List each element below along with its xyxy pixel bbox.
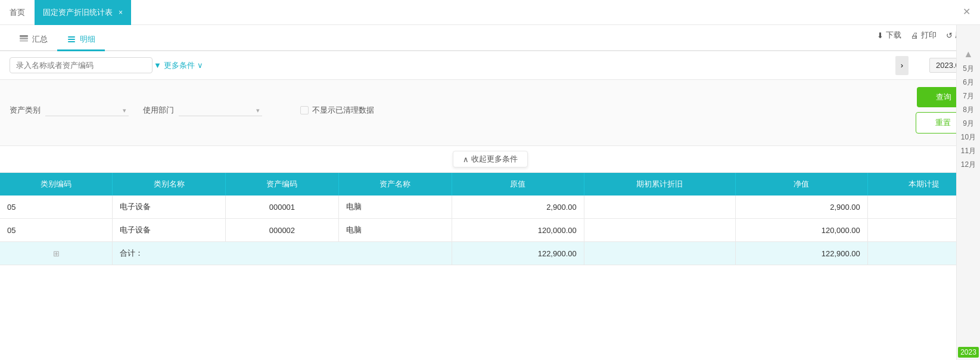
summary-icon-cell: ⊞ bbox=[0, 242, 113, 265]
cell-asset-code: 000001 bbox=[225, 195, 338, 219]
cell-net-value: 2,900.00 bbox=[735, 195, 867, 219]
home-link[interactable]: 首页 bbox=[10, 7, 35, 18]
tab-summary[interactable]: 汇总 bbox=[10, 29, 57, 51]
refresh-icon: ↺ bbox=[946, 31, 953, 40]
asset-type-select-wrap bbox=[45, 104, 129, 116]
cell-net-value: 120,000.00 bbox=[735, 219, 867, 242]
more-conditions-label: 更多条件 bbox=[164, 60, 195, 71]
summary-original-value: 122,900.00 bbox=[452, 242, 584, 265]
cell-category-name: 电子设备 bbox=[113, 195, 226, 219]
col-asset-name: 资产名称 bbox=[338, 173, 452, 195]
col-original-value: 原值 bbox=[452, 173, 584, 195]
collapse-icon: ∧ bbox=[463, 155, 469, 164]
print-icon: 🖨 bbox=[911, 31, 919, 40]
table-row: 05 电子设备 000002 电脑 120,000.00 120,000.00 bbox=[0, 219, 980, 242]
sidebar-nav-up[interactable]: ▲ bbox=[964, 49, 973, 60]
department-label: 使用部门 bbox=[143, 105, 174, 116]
svg-rect-3 bbox=[68, 36, 75, 38]
filter-icon: ▼ bbox=[154, 61, 161, 70]
department-select-wrap bbox=[179, 104, 262, 116]
svg-rect-4 bbox=[68, 39, 75, 40]
hide-cleared-filter: 不显示已清理数据 bbox=[300, 105, 374, 116]
data-table: 类别编码 类别名称 资产编码 资产名称 原值 期初累计折旧 净值 本期计提 05… bbox=[0, 173, 980, 265]
right-sidebar: ▲ 5月6月7月8月9月10月11月12月 2023 bbox=[956, 25, 980, 360]
collapse-label: 收起更多条件 bbox=[471, 154, 518, 165]
department-select[interactable] bbox=[179, 104, 262, 116]
asset-type-label: 资产类别 bbox=[10, 105, 41, 116]
print-label: 打印 bbox=[921, 30, 937, 41]
sidebar-month-item[interactable]: 11月 bbox=[961, 144, 976, 158]
sidebar-month-item[interactable]: 5月 bbox=[961, 62, 976, 76]
svg-rect-2 bbox=[20, 35, 28, 37]
tab-close-icon[interactable]: × bbox=[119, 8, 123, 17]
nav-right-arrow[interactable]: › bbox=[895, 56, 909, 75]
cell-asset-name: 电脑 bbox=[338, 195, 452, 219]
summary-row: ⊞ 合计： 122,900.00 122,900.00 bbox=[0, 242, 980, 265]
table-header-row: 类别编码 类别名称 资产编码 资产名称 原值 期初累计折旧 净值 本期计提 bbox=[0, 173, 980, 195]
summary-net-value: 122,900.00 bbox=[735, 242, 867, 265]
download-button[interactable]: ⬇ 下载 bbox=[877, 30, 901, 41]
asset-type-filter: 资产类别 bbox=[10, 104, 129, 116]
search-bar: 🔍 ▼ 更多条件 ∨ › 2023.01 bbox=[0, 51, 980, 80]
layers-icon bbox=[19, 35, 29, 44]
search-input[interactable] bbox=[10, 57, 153, 73]
table-wrap: 类别编码 类别名称 资产编码 资产名称 原值 期初累计折旧 净值 本期计提 05… bbox=[0, 173, 980, 360]
cell-category-code: 05 bbox=[0, 219, 113, 242]
sidebar-month-item[interactable]: 6月 bbox=[961, 76, 976, 89]
collapse-button[interactable]: ∧ 收起更多条件 bbox=[453, 151, 528, 167]
tab-summary-label: 汇总 bbox=[32, 34, 48, 45]
svg-rect-0 bbox=[20, 38, 28, 39]
tab-label: 固定资产折旧统计表 bbox=[43, 7, 113, 18]
chevron-down-icon: ∨ bbox=[197, 61, 203, 70]
download-icon: ⬇ bbox=[877, 31, 883, 40]
tab-detail-label: 明细 bbox=[80, 34, 95, 45]
hide-cleared-label: 不显示已清理数据 bbox=[312, 105, 374, 116]
cell-category-code: 05 bbox=[0, 195, 113, 219]
sidebar-month-item[interactable]: 12月 bbox=[961, 158, 976, 172]
summary-accumulated bbox=[584, 242, 735, 265]
asset-type-select[interactable] bbox=[45, 104, 129, 116]
tab-detail[interactable]: 明细 bbox=[57, 29, 105, 51]
sidebar-year-badge: 2023 bbox=[958, 347, 979, 358]
sidebar-month-item[interactable]: 7月 bbox=[961, 89, 976, 103]
summary-label: 合计： bbox=[113, 242, 452, 265]
active-tab[interactable]: 固定资产折旧统计表 × bbox=[35, 0, 131, 25]
cell-accumulated-depreciation bbox=[584, 195, 735, 219]
cell-asset-name: 电脑 bbox=[338, 219, 452, 242]
cell-original-value: 120,000.00 bbox=[452, 219, 584, 242]
more-conditions-button[interactable]: ▼ 更多条件 ∨ bbox=[154, 60, 203, 71]
sidebar-months: 5月6月7月8月9月10月11月12月 bbox=[961, 62, 976, 172]
col-category-code: 类别编码 bbox=[0, 173, 113, 195]
print-button[interactable]: 🖨 打印 bbox=[911, 30, 937, 41]
cell-asset-code: 000002 bbox=[225, 219, 338, 242]
svg-rect-5 bbox=[68, 41, 75, 42]
filter-row: 资产类别 使用部门 不显示已清理数据 bbox=[10, 87, 970, 134]
sub-tabs-bar: 汇总 明细 ⬇ 下载 🖨 打印 ↺ 刷新 bbox=[0, 25, 980, 51]
top-nav: 首页 固定资产折旧统计表 × ✕ bbox=[0, 0, 980, 25]
download-label: 下载 bbox=[886, 30, 901, 41]
col-accumulated-depreciation: 期初累计折旧 bbox=[584, 173, 735, 195]
cell-accumulated-depreciation bbox=[584, 219, 735, 242]
hide-cleared-checkbox[interactable] bbox=[300, 106, 309, 114]
department-filter: 使用部门 bbox=[143, 104, 262, 116]
sidebar-month-item[interactable]: 9月 bbox=[961, 117, 976, 131]
main-content: 汇总 明细 ⬇ 下载 🖨 打印 ↺ 刷新 bbox=[0, 25, 980, 360]
list-icon bbox=[67, 35, 76, 44]
col-net-value: 净值 bbox=[735, 173, 867, 195]
col-category-name: 类别名称 bbox=[113, 173, 226, 195]
cell-original-value: 2,900.00 bbox=[452, 195, 584, 219]
sidebar-month-item[interactable]: 10月 bbox=[961, 131, 976, 144]
window-close-button[interactable]: ✕ bbox=[963, 6, 970, 17]
cell-category-name: 电子设备 bbox=[113, 219, 226, 242]
filter-panel: 资产类别 使用部门 不显示已清理数据 bbox=[0, 80, 980, 146]
col-asset-code: 资产编码 bbox=[225, 173, 338, 195]
table-row: 05 电子设备 000001 电脑 2,900.00 2,900.00 bbox=[0, 195, 980, 219]
svg-rect-1 bbox=[20, 40, 28, 42]
table-body: 05 电子设备 000001 电脑 2,900.00 2,900.00 05 电… bbox=[0, 195, 980, 265]
collapse-row: ∧ 收起更多条件 bbox=[0, 146, 980, 173]
sidebar-month-item[interactable]: 8月 bbox=[961, 103, 976, 117]
